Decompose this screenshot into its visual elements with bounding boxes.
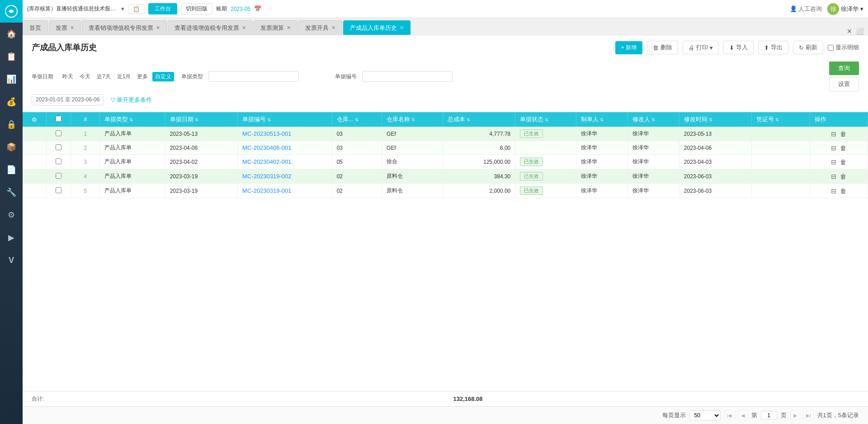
th-checkbox[interactable] xyxy=(46,112,71,127)
th-warehouse-code[interactable]: 仓库...⇅ xyxy=(332,112,382,127)
tab-sales-vat[interactable]: 查看销项增值税专用发票 ✕ xyxy=(82,20,167,35)
shortcut-more[interactable]: 更多 xyxy=(135,72,150,81)
th-type[interactable]: 单据类型⇅ xyxy=(100,112,165,127)
th-modify-time[interactable]: 修改时间⇅ xyxy=(679,112,751,127)
show-detail-toggle[interactable]: 显示明细 xyxy=(828,43,859,52)
row-code-4[interactable]: MC-20230319-001 xyxy=(238,184,332,198)
close-all-tabs-icon[interactable]: ✕ xyxy=(847,28,852,35)
tab-product-inbound-history[interactable]: 产成品入库单历史 ✕ xyxy=(343,20,410,35)
th-date[interactable]: 单据日期⇅ xyxy=(165,112,237,127)
delete-btn[interactable]: 🗑 ⊟ 删除 删除 xyxy=(647,41,678,54)
tab-purchase-vat[interactable]: 查看进项增值税专用发票 ✕ xyxy=(168,20,253,35)
th-settings[interactable]: ⚙ xyxy=(23,112,46,127)
row-checkbox-3[interactable] xyxy=(56,173,61,179)
show-detail-checkbox[interactable] xyxy=(828,45,834,51)
shortcut-today[interactable]: 今天 xyxy=(78,72,92,81)
th-voucher[interactable]: 凭证号⇅ xyxy=(752,112,810,127)
th-total[interactable]: 总成本⇅ xyxy=(443,112,515,127)
sidebar-item-inventory[interactable]: 📦 xyxy=(0,136,23,158)
date-range-display[interactable]: 2023-01-01 至 2023-06-06 xyxy=(32,94,104,105)
edit-icon-3[interactable]: ⊟ xyxy=(831,173,836,180)
tab-close-invoice-issue[interactable]: ✕ xyxy=(331,25,335,31)
row-checkbox-2[interactable] xyxy=(56,158,61,164)
tab-invoice-issue[interactable]: 发票开具 ✕ xyxy=(298,20,342,35)
row-code-1[interactable]: MC-20230406-001 xyxy=(238,141,332,155)
delete-row-icon-0[interactable]: 🗑 xyxy=(840,130,846,138)
shortcut-yesterday[interactable]: 昨天 xyxy=(61,72,75,81)
edit-icon-1[interactable]: ⊟ xyxy=(831,144,836,152)
sidebar-item-settings[interactable]: ⚙ xyxy=(0,204,23,226)
th-modifier[interactable]: 修改人⇅ xyxy=(627,112,679,127)
edit-icon-4[interactable]: ⊟ xyxy=(831,187,836,195)
row-code-3[interactable]: MC-20230319-002 xyxy=(238,169,332,184)
first-page-btn[interactable]: |◀ xyxy=(724,410,734,420)
th-code[interactable]: 单据编号⇅ xyxy=(238,112,332,127)
tab-close-sales-vat[interactable]: ✕ xyxy=(156,25,160,31)
code-input[interactable] xyxy=(362,71,453,82)
row-code-link-2[interactable]: MC-20230402-001 xyxy=(242,158,291,165)
edit-icon-0[interactable]: ⊟ xyxy=(831,130,836,138)
row-code-link-1[interactable]: MC-20230406-001 xyxy=(242,144,291,151)
delete-row-icon-4[interactable]: 🗑 xyxy=(840,187,846,195)
delete-row-icon-3[interactable]: 🗑 xyxy=(840,173,846,180)
th-warehouse-name[interactable]: 仓库名称⇅ xyxy=(382,112,443,127)
th-creator[interactable]: 制单人⇅ xyxy=(576,112,628,127)
last-page-btn[interactable]: ▶| xyxy=(804,410,814,420)
new-btn[interactable]: + 新增 xyxy=(615,41,642,54)
row-checkbox-0[interactable] xyxy=(56,130,61,136)
print-btn[interactable]: 🖨 打印 ▾ xyxy=(683,41,719,54)
tab-close-purchase-vat[interactable]: ✕ xyxy=(242,25,246,31)
maximize-icon[interactable]: ⬜ xyxy=(856,28,863,35)
settings-icon[interactable]: ⚙ xyxy=(32,116,37,123)
workspace-btn[interactable]: 工作台 xyxy=(148,3,177,14)
row-checkbox-cell[interactable] xyxy=(46,155,71,169)
row-code-link-4[interactable]: MC-20230319-001 xyxy=(242,187,291,194)
row-checkbox-cell[interactable] xyxy=(46,184,71,198)
delete-row-icon-2[interactable]: 🗑 xyxy=(840,158,846,166)
switch-version-btn[interactable]: 切到旧版 xyxy=(181,3,212,14)
edit-icon-2[interactable]: ⊟ xyxy=(831,158,836,166)
prev-page-btn[interactable]: ◀ xyxy=(738,410,748,420)
sidebar-item-tools[interactable]: 🔧 xyxy=(0,181,23,204)
sidebar-item-media[interactable]: ▶ xyxy=(0,226,23,249)
tab-close-invoice-calc[interactable]: ✕ xyxy=(287,25,291,31)
row-checkbox-cell[interactable] xyxy=(46,169,71,184)
sidebar-item-security[interactable]: 🔒 xyxy=(0,113,23,136)
tab-invoice[interactable]: 发票 ✕ xyxy=(49,20,81,35)
row-code-link-0[interactable]: MC-20230513-001 xyxy=(242,130,291,137)
tab-invoice-calc[interactable]: 发票测算 ✕ xyxy=(254,20,297,35)
expand-btn[interactable]: ▽ 展开更多条件 xyxy=(111,96,152,104)
app-logo[interactable] xyxy=(0,0,23,23)
user-menu[interactable]: 徐 徐泽华 ▾ xyxy=(827,3,863,15)
delete-row-icon-1[interactable]: 🗑 xyxy=(840,144,846,152)
row-checkbox-cell[interactable] xyxy=(46,141,71,155)
search-btn[interactable]: 查询 xyxy=(829,62,859,75)
shortcut-7days[interactable]: 近7天 xyxy=(95,72,113,81)
dropdown-icon[interactable]: ▾ xyxy=(121,5,124,12)
select-all-checkbox[interactable] xyxy=(56,116,61,122)
row-checkbox-4[interactable] xyxy=(56,187,61,193)
sidebar-item-analytics[interactable]: 📊 xyxy=(0,68,23,91)
shortcut-custom[interactable]: 自定义 xyxy=(152,72,174,81)
sidebar-item-version[interactable]: V xyxy=(0,249,23,272)
copy-btn[interactable]: 📋 xyxy=(128,4,145,14)
type-select[interactable] xyxy=(208,71,299,82)
row-checkbox-cell[interactable] xyxy=(46,127,71,141)
row-checkbox-1[interactable] xyxy=(56,144,61,150)
row-code-link-3[interactable]: MC-20230319-002 xyxy=(242,173,291,180)
tab-close-invoice[interactable]: ✕ xyxy=(70,25,74,31)
sidebar-item-reports[interactable]: 📄 xyxy=(0,158,23,181)
refresh-btn[interactable]: ↻ 刷新 xyxy=(793,41,823,54)
shortcut-1month[interactable]: 近1月 xyxy=(115,72,133,81)
sidebar-item-finance[interactable]: 💰 xyxy=(0,91,23,113)
next-page-btn[interactable]: ▶ xyxy=(790,410,800,420)
page-size-select[interactable]: 20 50 100 xyxy=(689,410,721,420)
row-code-2[interactable]: MC-20230402-001 xyxy=(238,155,332,169)
service-btn[interactable]: 👤 人工咨询 xyxy=(790,5,822,13)
sidebar-item-home[interactable]: 🏠 xyxy=(0,23,23,45)
sidebar-item-documents[interactable]: 📋 xyxy=(0,45,23,68)
calendar-icon[interactable]: 📅 xyxy=(254,5,261,12)
export-btn[interactable]: ⬆ 导出 xyxy=(758,41,788,54)
page-input[interactable] xyxy=(761,411,777,420)
row-code-0[interactable]: MC-20230513-001 xyxy=(238,127,332,141)
